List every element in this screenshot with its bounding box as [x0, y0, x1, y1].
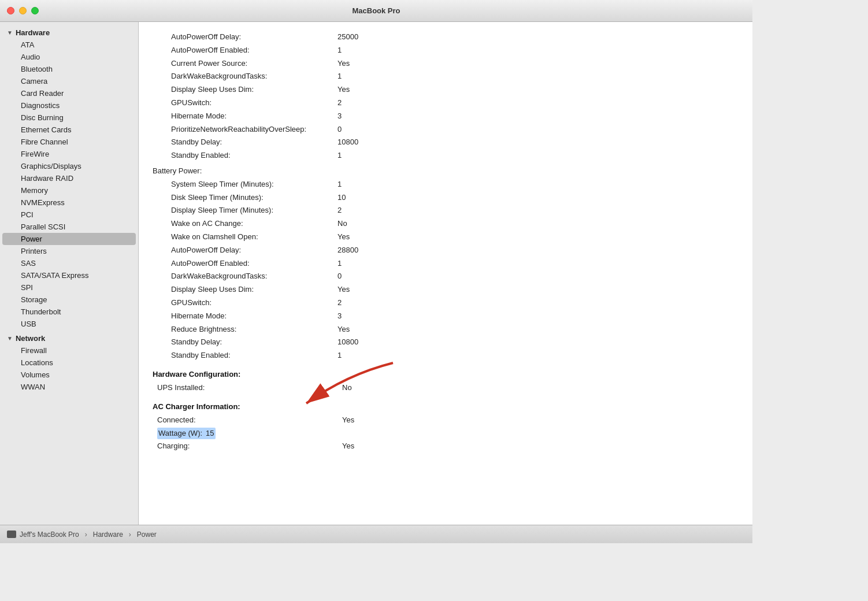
ac-power-row-2: Current Power Source: Yes: [153, 58, 739, 70]
sidebar-item-ethernet-cards[interactable]: Ethernet Cards: [2, 124, 136, 136]
row-label: Standby Enabled:: [153, 350, 337, 362]
sidebar-item-card-reader[interactable]: Card Reader: [2, 87, 136, 99]
row-value: 0: [337, 124, 342, 136]
battery-row-1: Disk Sleep Timer (Minutes): 10: [153, 192, 739, 204]
sidebar-item-power[interactable]: Power: [2, 233, 136, 245]
ac-power-row-5: GPUSwitch: 2: [153, 97, 739, 109]
row-label: Hibernate Mode:: [153, 110, 337, 123]
charging-value: Yes: [342, 440, 354, 452]
sidebar-item-parallel-scsi[interactable]: Parallel SCSI: [2, 221, 136, 233]
battery-row-0: System Sleep Timer (Minutes): 1: [153, 179, 739, 191]
breadcrumb-page: Power: [137, 530, 157, 539]
sidebar-item-spi[interactable]: SPI: [2, 281, 136, 294]
statusbar: Jeff's MacBook Pro › Hardware › Power: [0, 525, 752, 543]
row-value: 1: [337, 350, 342, 362]
battery-row-6: AutoPowerOff Enabled: 1: [153, 258, 739, 270]
sidebar-item-graphics-displays[interactable]: Graphics/Displays: [2, 160, 136, 172]
row-value: 0: [337, 270, 342, 283]
ac-power-row-8: Standby Delay: 10800: [153, 136, 739, 149]
row-label: Display Sleep Uses Dim:: [153, 284, 337, 296]
battery-row-9: GPUSwitch: 2: [153, 297, 739, 309]
ac-power-row-4: Display Sleep Uses Dim: Yes: [153, 84, 739, 96]
row-label: System Sleep Timer (Minutes):: [153, 179, 337, 191]
row-value: 10800: [337, 136, 358, 149]
content-panel: AutoPowerOff Delay: 25000 AutoPowerOff E…: [139, 22, 752, 525]
row-value: 1: [337, 150, 342, 162]
sidebar-item-bluetooth[interactable]: Bluetooth: [2, 63, 136, 75]
battery-row-7: DarkWakeBackgroundTasks: 0: [153, 270, 739, 283]
sidebar-item-fibre-channel[interactable]: Fibre Channel: [2, 136, 136, 148]
hardware-section-header[interactable]: ▼ Hardware: [0, 27, 138, 39]
mac-icon: [7, 530, 16, 538]
hardware-triangle-icon: ▼: [7, 29, 13, 36]
row-label: GPUSwitch:: [153, 97, 337, 109]
battery-row-5: AutoPowerOff Delay: 28800: [153, 244, 739, 257]
sidebar-item-hardware-raid[interactable]: Hardware RAID: [2, 172, 136, 184]
row-label: Standby Delay:: [153, 136, 337, 149]
charger-row-1: Wattage (W): 15: [153, 428, 739, 440]
sidebar-item-audio[interactable]: Audio: [2, 51, 136, 63]
sidebar-item-pci[interactable]: PCI: [2, 209, 136, 221]
breadcrumb-sep-2: ›: [129, 530, 131, 539]
row-label: DarkWakeBackgroundTasks:: [153, 71, 337, 83]
hardware-section-label: Hardware: [16, 28, 50, 37]
sidebar-item-usb[interactable]: USB: [2, 318, 136, 330]
charging-label: Charging:: [157, 440, 342, 452]
sidebar-item-sas[interactable]: SAS: [2, 257, 136, 269]
breadcrumb-section: Hardware: [93, 530, 123, 539]
row-label: Display Sleep Uses Dim:: [153, 84, 337, 96]
row-value: 3: [337, 310, 342, 322]
row-value: No: [337, 218, 347, 230]
sidebar-item-disc-burning[interactable]: Disc Burning: [2, 112, 136, 124]
sidebar-item-memory[interactable]: Memory: [2, 184, 136, 196]
minimize-button[interactable]: [19, 7, 27, 14]
ups-row: UPS Installed: No: [153, 382, 739, 394]
row-value: 25000: [337, 31, 358, 43]
row-label: Current Power Source:: [153, 58, 337, 70]
row-label: Hibernate Mode:: [153, 310, 337, 322]
sidebar-item-firewall[interactable]: Firewall: [2, 344, 136, 357]
sidebar-item-firewire[interactable]: FireWire: [2, 148, 136, 160]
row-label: Wake on AC Change:: [153, 218, 337, 230]
battery-row-10: Hibernate Mode: 3: [153, 310, 739, 322]
row-value: 3: [337, 110, 342, 123]
sidebar-item-ata[interactable]: ATA: [2, 39, 136, 51]
row-label: AutoPowerOff Enabled:: [153, 258, 337, 270]
connected-value: Yes: [342, 414, 354, 426]
sidebar-item-camera[interactable]: Camera: [2, 75, 136, 87]
sidebar-item-thunderbolt[interactable]: Thunderbolt: [2, 306, 136, 318]
row-value: Yes: [337, 84, 350, 96]
sidebar-item-volumes[interactable]: Volumes: [2, 369, 136, 381]
sidebar-item-locations[interactable]: Locations: [2, 357, 136, 369]
hardware-config-header: Hardware Configuration:: [153, 370, 739, 379]
sidebar-item-printers[interactable]: Printers: [2, 245, 136, 257]
sidebar-item-nvmexpress[interactable]: NVMExpress: [2, 196, 136, 209]
row-label: GPUSwitch:: [153, 297, 337, 309]
charger-row-0: Connected: Yes: [153, 414, 739, 426]
ups-value: No: [342, 382, 352, 394]
row-value: 2: [337, 97, 342, 109]
row-label: Display Sleep Timer (Minutes):: [153, 205, 337, 217]
window-title: MacBook Pro: [352, 6, 400, 15]
sidebar-item-diagnostics[interactable]: Diagnostics: [2, 99, 136, 112]
battery-row-2: Display Sleep Timer (Minutes): 2: [153, 205, 739, 217]
row-label: Disk Sleep Timer (Minutes):: [153, 192, 337, 204]
battery-row-11: Reduce Brightness: Yes: [153, 324, 739, 336]
network-section-header[interactable]: ▼ Network: [0, 332, 138, 344]
row-value: 1: [337, 258, 342, 270]
row-label: Reduce Brightness:: [153, 324, 337, 336]
sidebar-item-wwan[interactable]: WWAN: [2, 381, 136, 393]
row-value: Yes: [337, 324, 350, 336]
sidebar-item-storage[interactable]: Storage: [2, 294, 136, 306]
ac-power-row-0: AutoPowerOff Delay: 25000: [153, 31, 739, 43]
battery-row-12: Standby Delay: 10800: [153, 336, 739, 348]
ac-power-row-3: DarkWakeBackgroundTasks: 1: [153, 71, 739, 83]
close-button[interactable]: [7, 7, 14, 14]
row-label: Standby Delay:: [153, 336, 337, 348]
connected-label: Connected:: [157, 414, 342, 426]
sidebar-item-sata[interactable]: SATA/SATA Express: [2, 269, 136, 281]
row-value: Yes: [337, 284, 350, 296]
maximize-button[interactable]: [31, 7, 39, 14]
network-triangle-icon: ▼: [7, 335, 13, 342]
breadcrumb-sep-1: ›: [85, 530, 87, 539]
